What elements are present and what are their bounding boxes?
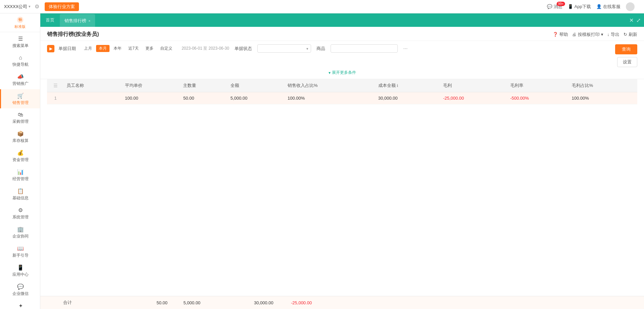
sidebar-logo-text: 标准版 xyxy=(14,24,26,29)
print-chevron-icon: ▾ xyxy=(601,32,603,37)
sidebar-item-enterprise[interactable]: 🏢 企业协同 xyxy=(0,223,40,242)
sidebar: 畅 标准版 ☰ 搜索菜单 ⌂ 快捷导航 📣 营销推广 🛒 销售管理 🛍 采购管理… xyxy=(0,13,40,309)
sidebar-item-label: 新手引导 xyxy=(12,253,29,258)
guide-icon: 📖 xyxy=(17,245,24,252)
settings-button[interactable]: 设置 xyxy=(617,57,637,67)
date-tabs: 上月 本月 本年 近7天 更多 自定义 xyxy=(81,45,175,52)
goods-more-icon[interactable]: ··· xyxy=(403,46,407,52)
sidebar-item-nav[interactable]: ⌂ 快捷导航 xyxy=(0,51,40,70)
sidebar-item-wechat[interactable]: 💬 企业微信 xyxy=(0,280,40,299)
page-header: 销售排行榜(按业务员) ❓ 帮助 🖨 按模板打印 ▾ ↓ 导出 ↻ 刷新 xyxy=(40,27,644,41)
tab-maximize-icon[interactable]: ⤢ xyxy=(636,17,641,23)
refresh-icon: ↻ xyxy=(624,32,627,37)
footer-total: 5,000.00 xyxy=(181,300,214,305)
sidebar-item-operations[interactable]: 📊 经营管理 xyxy=(0,165,40,185)
sidebar-item-guide[interactable]: 📖 新手引导 xyxy=(0,242,40,261)
cell-rank: 1 xyxy=(47,92,64,104)
date-tab-last-month[interactable]: 上月 xyxy=(81,45,95,52)
system-icon: ⚙ xyxy=(18,207,23,213)
sidebar-item-system[interactable]: ⚙ 系统管理 xyxy=(0,204,40,223)
sidebar-item-finance[interactable]: 💰 资金管理 xyxy=(0,146,40,165)
topbar-settings-icon[interactable]: ⚙ xyxy=(35,3,39,10)
filter-row-1: 单据日期 上月 本月 本年 近7天 更多 自定义 2023-06-01 至 20… xyxy=(58,44,611,53)
date-tab-this-month[interactable]: 本月 xyxy=(96,45,110,52)
cell-gross: -25,000.00 xyxy=(440,92,508,104)
online-service-button[interactable]: 👤 在线客服 xyxy=(596,4,620,10)
sidebar-item-label: 销售管理 xyxy=(12,100,29,106)
tab-home[interactable]: 首页 xyxy=(40,13,60,27)
status-select-wrap xyxy=(257,44,311,53)
footer-total-label: 合计 xyxy=(63,300,124,306)
expand-more-label: 展开更多条件 xyxy=(332,70,356,75)
footer-cost: 30,000.00 xyxy=(251,300,288,305)
app-download-button[interactable]: 📱 App下载 xyxy=(568,4,591,10)
column-settings-icon[interactable]: ☰ xyxy=(53,83,58,88)
sidebar-item-marketing[interactable]: 📣 营销推广 xyxy=(0,70,40,89)
content-area: 首页 销售排行榜 × ✕ ⤢ 销售排行榜(按业务员) ❓ 帮助 🖨 按模板打印 xyxy=(40,13,644,309)
sidebar-item-label: 营销推广 xyxy=(12,81,29,87)
date-tab-this-year[interactable]: 本年 xyxy=(111,45,124,52)
expand-more-button[interactable]: ▾ 展开更多条件 xyxy=(47,70,637,75)
help-icon: ❓ xyxy=(553,32,558,37)
query-button[interactable]: 查询 xyxy=(615,44,637,54)
export-button[interactable]: ↓ 导出 xyxy=(607,32,620,38)
date-tab-more[interactable]: 更多 xyxy=(143,45,156,52)
table-header-row: ☰ 员工名称 平均单价 主数量 全额 销售收入占比% 成本全额 ℹ 毛利 毛利率… xyxy=(47,79,637,92)
sidebar-item-basic[interactable]: 📋 基础信息 xyxy=(0,185,40,204)
sidebar-item-purchase[interactable]: 🛍 采购管理 xyxy=(0,108,40,127)
finance-icon: 💰 xyxy=(17,150,24,156)
company-selector[interactable]: XXXXX公司 ▾ xyxy=(4,4,31,10)
cell-sales-pct: 100.00% xyxy=(285,92,376,104)
refresh-button[interactable]: ↻ 刷新 xyxy=(624,32,637,38)
inventory-icon: 📦 xyxy=(17,131,24,137)
topbar-right: 💬 消息 99+ 📱 App下载 👤 在线客服 xyxy=(547,2,640,11)
main-layout: 畅 标准版 ☰ 搜索菜单 ⌂ 快捷导航 📣 营销推广 🛒 销售管理 🛍 采购管理… xyxy=(0,13,644,309)
sidebar-item-member[interactable]: ✦ 畅会员 xyxy=(0,299,40,309)
col-total: 全额 xyxy=(228,79,285,92)
filter-section: ▶ 单据日期 上月 本月 本年 近7天 更多 自定义 xyxy=(47,44,637,67)
avatar[interactable] xyxy=(626,2,635,11)
sidebar-item-label: 采购管理 xyxy=(12,119,29,124)
filter-expand-toggle[interactable]: ▶ xyxy=(47,45,54,52)
message-icon: 💬 xyxy=(547,4,552,9)
sidebar-item-label: 经营管理 xyxy=(12,176,29,182)
sidebar-item-label: 快捷导航 xyxy=(12,62,29,67)
sidebar-item-label: 资金管理 xyxy=(12,157,29,163)
cell-main-qty: 50.00 xyxy=(180,92,228,104)
goods-input[interactable] xyxy=(331,44,398,53)
top-bar: XXXXX公司 ▾ ⚙ 体验行业方案 💬 消息 99+ 📱 App下载 👤 在线… xyxy=(0,0,644,13)
app-icon: 📱 xyxy=(568,4,573,9)
date-tab-7days[interactable]: 近7天 xyxy=(126,45,141,52)
sidebar-item-inventory[interactable]: 📦 库存核算 xyxy=(0,127,40,146)
sidebar-item-sales[interactable]: 🛒 销售管理 xyxy=(0,89,40,108)
print-icon: 🖨 xyxy=(572,32,576,37)
status-label: 单据状态 xyxy=(234,46,252,52)
help-label: 帮助 xyxy=(559,32,568,38)
tab-sales-ranking[interactable]: 销售排行榜 × xyxy=(60,14,95,28)
cell-gross-rate: -500.00% xyxy=(508,92,569,104)
date-range: 2023-06-01 至 2023-06-30 xyxy=(182,46,229,51)
company-name: XXXXX公司 xyxy=(4,4,27,10)
sidebar-item-apps[interactable]: 📱 应用中心 xyxy=(0,261,40,280)
marketing-icon: 📣 xyxy=(17,73,24,80)
footer-main-qty: 50.00 xyxy=(154,300,181,305)
filter-toggle-icon: ▶ xyxy=(49,46,52,51)
date-tab-custom[interactable]: 自定义 xyxy=(158,45,175,52)
message-button[interactable]: 💬 消息 99+ xyxy=(547,4,562,10)
table-footer: 合计 50.00 5,000.00 30,000.00 -25,000.00 xyxy=(40,296,644,309)
apps-icon: 📱 xyxy=(17,264,24,271)
help-button[interactable]: ❓ 帮助 xyxy=(553,32,568,38)
cell-total: 5,000.00 xyxy=(228,92,285,104)
goods-label: 商品 xyxy=(316,46,325,52)
trial-button[interactable]: 体验行业方案 xyxy=(45,2,79,11)
sidebar-item-label: 企业协同 xyxy=(12,234,29,239)
sidebar-item-label: 应用中心 xyxy=(12,272,29,277)
tab-close-icon[interactable]: × xyxy=(88,19,90,23)
sidebar-item-search[interactable]: ☰ 搜索菜单 xyxy=(0,32,40,51)
tab-minimize-icon[interactable]: ✕ xyxy=(629,17,634,23)
sidebar-item-label: 基础信息 xyxy=(12,195,29,201)
operations-icon: 📊 xyxy=(17,169,24,175)
print-button[interactable]: 🖨 按模板打印 ▾ xyxy=(572,32,603,38)
status-select[interactable] xyxy=(257,44,311,53)
enterprise-icon: 🏢 xyxy=(17,226,24,233)
